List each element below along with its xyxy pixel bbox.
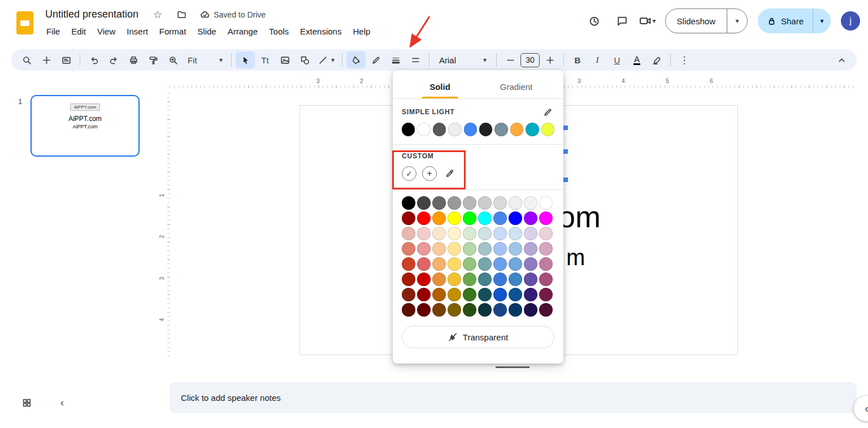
menu-tools[interactable]: Tools <box>263 25 294 38</box>
palette-color-swatch[interactable] <box>478 288 492 301</box>
canvas-text-fragment[interactable]: om <box>558 199 601 234</box>
share-button[interactable]: Share <box>758 8 813 33</box>
palette-color-swatch[interactable] <box>509 257 522 271</box>
palette-color-swatch[interactable] <box>539 273 553 286</box>
palette-color-swatch[interactable] <box>432 257 446 271</box>
transparent-button[interactable]: Transparent <box>402 326 554 348</box>
palette-color-swatch[interactable] <box>417 227 431 240</box>
search-menus-button[interactable] <box>17 51 36 68</box>
menu-format[interactable]: Format <box>154 25 192 38</box>
palette-color-swatch[interactable] <box>402 196 415 210</box>
palette-color-swatch[interactable] <box>417 211 431 225</box>
move-button[interactable] <box>177 10 186 19</box>
palette-color-swatch[interactable] <box>524 196 537 210</box>
palette-color-swatch[interactable] <box>448 288 461 301</box>
slide-thumbnail[interactable]: AiPPT.com AiPPT.com AiPPT.com <box>31 95 140 157</box>
decrease-font-size-button[interactable] <box>501 51 520 68</box>
menu-arrange[interactable]: Arrange <box>222 25 263 38</box>
document-status-button[interactable]: Saved to Drive <box>200 10 266 19</box>
palette-color-swatch[interactable] <box>463 303 476 317</box>
theme-color-swatch[interactable] <box>448 123 461 136</box>
border-dash-button[interactable] <box>406 51 425 68</box>
palette-color-swatch[interactable] <box>539 227 553 240</box>
theme-color-swatch[interactable] <box>526 123 539 136</box>
palette-color-swatch[interactable] <box>524 273 537 286</box>
font-size-input[interactable]: 30 <box>520 53 540 67</box>
menu-view[interactable]: View <box>92 25 121 38</box>
theme-color-swatch[interactable] <box>541 123 554 136</box>
palette-color-swatch[interactable] <box>539 303 553 317</box>
palette-color-swatch[interactable] <box>524 303 537 317</box>
eyedropper-button[interactable] <box>442 166 457 181</box>
palette-color-swatch[interactable] <box>463 211 476 225</box>
hide-menus-button[interactable] <box>832 51 851 68</box>
palette-color-swatch[interactable] <box>493 242 507 256</box>
menu-file[interactable]: File <box>41 25 66 38</box>
canvas-text-fragment[interactable]: m <box>566 245 585 270</box>
palette-color-swatch[interactable] <box>478 273 492 286</box>
palette-color-swatch[interactable] <box>417 273 431 286</box>
palette-color-swatch[interactable] <box>402 288 415 301</box>
slideshow-dropdown-button[interactable]: ▾ <box>727 9 747 33</box>
palette-color-swatch[interactable] <box>402 242 415 256</box>
palette-color-swatch[interactable] <box>478 211 492 225</box>
presentation-title[interactable]: Untitled presentation <box>45 8 138 20</box>
palette-color-swatch[interactable] <box>402 227 415 240</box>
italic-button[interactable]: I <box>588 51 607 68</box>
share-dropdown-button[interactable]: ▾ <box>813 8 831 33</box>
theme-color-swatch[interactable] <box>402 123 415 136</box>
palette-color-swatch[interactable] <box>432 242 446 256</box>
palette-color-swatch[interactable] <box>493 211 507 225</box>
grid-view-button[interactable] <box>18 394 35 411</box>
custom-color-selected-button[interactable]: ✓ <box>402 166 416 181</box>
text-box-button[interactable]: Tt <box>255 51 275 68</box>
underline-button[interactable]: U <box>607 51 627 68</box>
palette-color-swatch[interactable] <box>539 196 553 210</box>
more-options-button[interactable]: ⋮ <box>675 51 694 68</box>
theme-color-swatch[interactable] <box>464 123 477 136</box>
palette-color-swatch[interactable] <box>463 196 476 210</box>
selection-bottom-handle[interactable] <box>496 366 530 368</box>
palette-color-swatch[interactable] <box>509 288 522 301</box>
insert-line-button[interactable]: ▾ <box>315 51 338 68</box>
palette-color-swatch[interactable] <box>432 288 446 301</box>
palette-color-swatch[interactable] <box>463 242 476 256</box>
speaker-notes-input[interactable]: Click to add speaker notes <box>170 382 857 413</box>
palette-color-swatch[interactable] <box>448 273 461 286</box>
palette-color-swatch[interactable] <box>448 303 461 317</box>
palette-color-swatch[interactable] <box>432 227 446 240</box>
account-avatar[interactable]: j <box>841 11 860 31</box>
menu-insert[interactable]: Insert <box>121 25 154 38</box>
theme-color-swatch[interactable] <box>494 123 507 136</box>
palette-color-swatch[interactable] <box>417 288 431 301</box>
palette-color-swatch[interactable] <box>539 242 553 256</box>
palette-color-swatch[interactable] <box>493 196 507 210</box>
add-custom-color-button[interactable]: + <box>422 166 437 181</box>
font-family-select[interactable]: Arial ▾ <box>433 51 492 68</box>
palette-color-swatch[interactable] <box>539 288 553 301</box>
palette-color-swatch[interactable] <box>493 288 507 301</box>
menu-extensions[interactable]: Extensions <box>294 25 347 38</box>
palette-color-swatch[interactable] <box>509 227 522 240</box>
palette-color-swatch[interactable] <box>463 273 476 286</box>
zoom-select[interactable]: Fit ▾ <box>183 51 227 68</box>
redo-button[interactable] <box>104 51 123 68</box>
edit-theme-colors-button[interactable] <box>541 105 554 119</box>
palette-color-swatch[interactable] <box>432 303 446 317</box>
select-tool-button[interactable] <box>236 51 255 68</box>
palette-color-swatch[interactable] <box>478 227 492 240</box>
tab-gradient[interactable]: Gradient <box>478 75 554 98</box>
palette-color-swatch[interactable] <box>524 257 537 271</box>
insert-shape-button[interactable] <box>295 51 314 68</box>
palette-color-swatch[interactable] <box>432 273 446 286</box>
slide-layout-button[interactable] <box>57 51 76 68</box>
palette-color-swatch[interactable] <box>402 273 415 286</box>
meet-button[interactable]: ▾ <box>639 15 656 27</box>
palette-color-swatch[interactable] <box>493 273 507 286</box>
insert-image-button[interactable] <box>275 51 294 68</box>
bold-button[interactable]: B <box>568 51 587 68</box>
selection-handle[interactable] <box>563 149 568 154</box>
paint-format-button[interactable] <box>144 51 163 68</box>
palette-color-swatch[interactable] <box>478 242 492 256</box>
palette-color-swatch[interactable] <box>524 227 537 240</box>
